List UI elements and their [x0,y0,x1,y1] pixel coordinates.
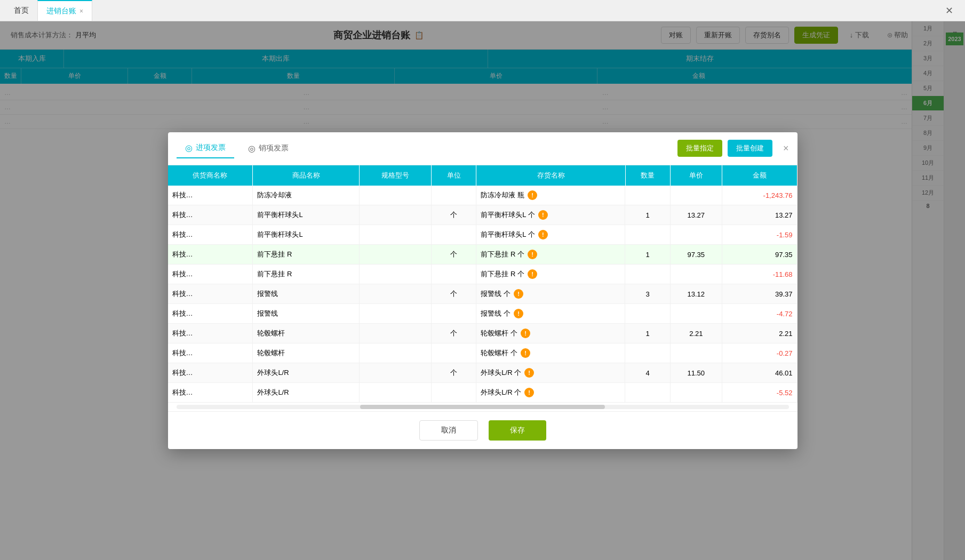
table-cell: 防冻冷却液 瓶! [476,186,625,205]
table-cell: 科技… [168,186,253,205]
table-cell [625,225,670,245]
table-row: 科技…前平衡杆球头L个前平衡杆球头L 个!113.2713.27 [168,205,797,225]
table-cell: 报警线 个! [476,304,625,324]
table-cell [625,265,670,284]
table-cell [360,363,432,383]
table-cell: 轮毂螺杆 个! [476,343,625,363]
table-cell [432,225,476,245]
table-cell: 轮毂螺杆 [253,343,360,363]
batch-assign-button[interactable]: 批量指定 [677,140,722,157]
table-cell: 轮毂螺杆 个! [476,324,625,343]
table-cell [625,383,670,403]
cancel-button[interactable]: 取消 [419,420,478,441]
table-row: 科技…前下悬挂 R前下悬挂 R 个!-11.68 [168,265,797,284]
save-button[interactable]: 保存 [489,420,546,441]
table-cell [625,304,670,324]
table-cell: 13.27 [670,205,722,225]
warning-icon: ! [514,289,523,299]
table-cell: 报警线 [253,284,360,304]
table-cell: 1 [625,324,670,343]
table-cell: 个 [432,363,476,383]
table-cell: 轮毂螺杆 [253,324,360,343]
table-cell [360,245,432,265]
table-cell: 前下悬挂 R 个! [476,265,625,284]
table-cell [360,343,432,363]
table-cell: -4.72 [722,304,797,324]
table-row: 科技…轮毂螺杆轮毂螺杆 个!-0.27 [168,343,797,363]
col-header-spec: 规格型号 [360,165,432,186]
dialog-header: ◎ 进项发票 ◎ 销项发票 批量指定 批量创建 × [168,132,797,165]
tab-close-icon[interactable]: × [79,7,83,15]
col-header-product: 商品名称 [253,165,360,186]
table-cell [360,225,432,245]
table-cell: 97.35 [722,245,797,265]
table-cell [360,324,432,343]
table-cell [670,225,722,245]
scroll-indicator[interactable] [177,405,789,409]
table-cell: 1 [625,205,670,225]
table-cell [625,343,670,363]
table-cell: 1 [625,245,670,265]
table-row: 科技…防冻冷却液防冻冷却液 瓶!-1,243.76 [168,186,797,205]
tab-home[interactable]: 首页 [5,0,37,21]
window-close-button[interactable]: ✕ [938,0,960,21]
table-cell: 前下悬挂 R [253,245,360,265]
table-row: 科技…报警线个报警线 个!313.1239.37 [168,284,797,304]
table-cell: 2.21 [670,324,722,343]
table-cell: 前下悬挂 R [253,265,360,284]
incoming-tab-icon: ◎ [185,143,193,153]
table-cell: 前平衡杆球头L 个! [476,225,625,245]
table-cell: -5.52 [722,383,797,403]
table-cell: 97.35 [670,245,722,265]
batch-create-button[interactable]: 批量创建 [728,140,772,157]
dialog-footer: 取消 保存 [168,411,797,449]
table-cell: -1.59 [722,225,797,245]
tab-active[interactable]: 进销台账 × [37,0,92,21]
warning-icon: ! [524,368,534,378]
col-header-inventory: 存货名称 [476,165,625,186]
table-row: 科技…外球头L/R个外球头L/R 个!411.5046.01 [168,363,797,383]
table-cell: 科技… [168,343,253,363]
warning-icon: ! [524,388,534,397]
table-cell: 39.37 [722,284,797,304]
table-cell: 科技… [168,324,253,343]
table-cell: 报警线 个! [476,284,625,304]
table-cell: 科技… [168,363,253,383]
warning-icon: ! [528,250,537,259]
table-row: 科技…轮毂螺杆个轮毂螺杆 个!12.212.21 [168,324,797,343]
table-cell: 13.12 [670,284,722,304]
warning-icon: ! [514,309,523,318]
table-cell: 科技… [168,383,253,403]
table-cell: 科技… [168,225,253,245]
table-cell: 前平衡杆球头L 个! [476,205,625,225]
table-cell [432,186,476,205]
table-cell: 3 [625,284,670,304]
dialog-header-buttons: 批量指定 批量创建 [677,140,772,157]
warning-icon: ! [528,190,537,200]
col-header-supplier: 供货商名称 [168,165,253,186]
table-cell [360,284,432,304]
outgoing-tab-icon: ◎ [248,143,256,154]
warning-icon: ! [521,348,530,358]
warning-icon: ! [538,210,548,220]
table-cell: 防冻冷却液 [253,186,360,205]
table-cell [360,265,432,284]
tab-incoming-invoice[interactable]: ◎ 进项发票 [177,139,234,158]
warning-icon: ! [521,329,530,338]
table-cell: -1,243.76 [722,186,797,205]
table-cell: 前平衡杆球头L [253,225,360,245]
table-cell: 科技… [168,304,253,324]
dialog-close-button[interactable]: × [783,143,789,154]
table-cell: 46.01 [722,363,797,383]
table-cell [432,265,476,284]
table-cell [670,383,722,403]
table-cell: -11.68 [722,265,797,284]
col-header-unit-price: 单价 [670,165,722,186]
dialog-table-area[interactable]: 供货商名称 商品名称 规格型号 单位 存货名称 数量 单价 金额 科技…防冻冷却… [168,165,797,403]
invoice-table: 供货商名称 商品名称 规格型号 单位 存货名称 数量 单价 金额 科技…防冻冷却… [168,165,797,403]
table-row: 科技…前平衡杆球头L前平衡杆球头L 个!-1.59 [168,225,797,245]
table-cell: 2.21 [722,324,797,343]
table-row: 科技…前下悬挂 R个前下悬挂 R 个!197.3597.35 [168,245,797,265]
table-cell: 11.50 [670,363,722,383]
tab-outgoing-invoice[interactable]: ◎ 销项发票 [240,139,297,158]
